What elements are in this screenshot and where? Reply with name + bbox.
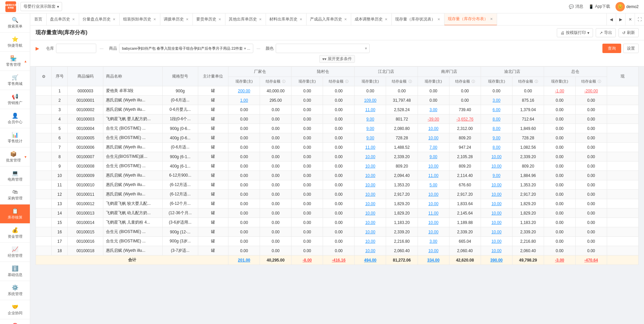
tab-material-out[interactable]: 材料出库单历史 ✕ [266,13,307,26]
message-icon: 💬 [569,4,574,9]
tab-close-icon[interactable]: ✕ [185,17,189,21]
sidebar-item-marketing[interactable]: 📢 营销推广 [0,90,30,109]
tab-order[interactable]: 要货单历史 ✕ [193,13,225,26]
filter-collapse-icon[interactable]: ▶ [36,46,39,51]
export-button[interactable]: ↗ 导出 [596,28,616,37]
sidebar-item-finance[interactable]: 💰 资金管理 [0,224,30,243]
filter-group-goods: 商品 ··· [109,44,262,53]
sidebar-item-label: 电商管理 [8,177,22,182]
message-action[interactable]: 💬 消息 [569,4,583,9]
tab-inventory-count[interactable]: 盘点单历史 ✕ [47,13,79,26]
sidebar-item-quicknav[interactable]: ⭐ 快捷导航 [0,33,30,52]
sidebar-item-wholesale[interactable]: 📦 批发管理 ▼ [0,147,30,167]
col-jb-qty-header: 现存量(主) [355,77,386,86]
table-row: 16 00100015 合生元 (BIOSTIME) ... 900g (12-… [36,227,639,237]
col-fj-header: 厂家仓 [228,67,291,77]
printer-icon: 🖨 [560,31,565,35]
tab-assembly[interactable]: 组装拆卸单历史 ✕ [120,13,160,26]
warehouse-input[interactable] [56,44,96,53]
table-container: ⚙ 序号 商品编码 商品名称 规格型号 主计量单位 厂家仓 陆村仓 江北门店 南… [30,66,644,324]
chevron-down-icon: ▾ [365,46,367,51]
industry-selector[interactable]: 母婴行业演示陈套 ▾ [20,2,62,11]
tab-close-icon[interactable]: ✕ [258,17,262,21]
col-fj-qty-header: 现存量(主) [228,77,260,86]
table-row: 14 00100013 飞鹤星飞帆 幼儿配方奶... (12-36个月... 罐… [36,209,639,218]
col-no-header: 序号 [52,67,68,86]
color-input[interactable] [276,44,370,53]
sidebar-item-member[interactable]: 👤 会员中心 [0,109,30,128]
search-button[interactable]: 查询 [602,44,621,53]
wholesale-icon: 📦 [10,151,17,157]
tab-close-icon[interactable]: ✕ [299,17,303,21]
sidebar-item-inventory[interactable]: 📋 库存核算 [0,204,30,224]
tab-close-icon[interactable]: ✕ [343,17,347,21]
table-row: 9 00100008 合生元 (BIOSTIME) ... 400g (6-1.… [36,161,639,171]
sidebar-item-purchase[interactable]: 🛍 采购管理 [0,186,30,204]
app-download-action[interactable]: 📱 App下载 [589,4,610,9]
col-zc-amt-header: 结存金额 ⓘ [575,77,607,86]
tab-close-icon[interactable]: ✕ [384,17,388,21]
sidebar-item-collab[interactable]: 🤝 企业协同 [0,300,30,319]
tab-production-in[interactable]: 产成品入库单历史 ✕ [307,13,351,26]
tab-home[interactable]: 首页 [30,13,47,26]
member-icon: 👤 [12,112,18,119]
sidebar-item-label: 基础信息 [8,272,22,277]
sidebar-item-guide[interactable]: 🎯 新手引导 [0,319,30,324]
tab-next-btn[interactable]: ▶ [616,13,625,26]
color-label: 颜色 [266,46,274,51]
tab-close-icon[interactable]: ✕ [71,17,75,21]
tab-close-icon[interactable]: ✕ [437,17,441,21]
warehouse-dots-btn[interactable]: ··· [98,46,105,51]
table-row: 18 00100018 惠氏启赋 (Wyeth illu... (3-7岁适..… [36,246,639,256]
col-na-amt-header: 结存金额 ⓘ [449,77,481,86]
table-row: 4 00100003 飞鹤星飞帆 婴儿配方奶... 1段(0-6个... 罐 0… [36,114,639,124]
tab-maximize-btn[interactable]: ⛶ [635,13,644,26]
logo-text-line1: 畅捷通好生意 [5,4,17,6]
sidebar-item-ecommerce[interactable]: 💻 电商管理 [0,167,30,186]
tab-transfer[interactable]: 调拨单历史 ✕ [160,13,193,26]
col-name-header: 商品名称 [103,67,163,86]
tab-stock-status[interactable]: 现存量（库存状况表） ✕ [392,13,444,26]
tab-partial-inventory[interactable]: 分量盘点单历史 ✕ [79,13,120,26]
tab-close-icon[interactable]: ✕ [218,17,222,21]
filter-row-1: ▶ 仓库 ··· 商品 ··· 颜色 ▾ [36,44,639,53]
sidebar-item-retail-mall[interactable]: 🛒 零售商城 [0,71,30,90]
col-na-header: 南岸门店 [418,67,481,77]
refresh-button[interactable]: ↺ 刷新 [619,28,639,37]
goods-dots-btn[interactable]: ··· [255,46,262,51]
tab-close-icon[interactable]: ✕ [112,17,116,21]
tab-prev-btn[interactable]: ◀ [606,13,616,26]
chevron-up-icon: ▲ [24,59,27,63]
ecommerce-icon: 💻 [12,170,18,176]
store-icon: 🏪 [10,55,17,61]
user-area[interactable]: 😊 demo2 [615,2,639,11]
filter-expand-row: ▾▾ 展开更多条件 [36,55,639,63]
sidebar-item-system[interactable]: ⚙️ 系统管理 [0,281,30,300]
tab-close-icon[interactable]: ✕ [153,17,157,21]
chevron-down-icon: ▾ [57,4,59,9]
sidebar-item-basic-info[interactable]: ℹ️ 基础信息 [0,262,30,281]
sidebar-item-retail-mgmt[interactable]: 🏪 零售管理 ▲ [0,52,30,71]
col-fj-amt-header: 结存金额 ⓘ [260,77,291,86]
sidebar-item-label: 采购管理 [8,196,22,201]
user-name[interactable]: demo2 [626,4,639,9]
sidebar-item-search[interactable]: 🔍 搜索英单 [0,13,30,33]
goods-input[interactable] [119,44,253,53]
tab-close-all-btn[interactable]: ✕ [625,13,635,26]
tab-outbound[interactable]: 其他出库单历史 ✕ [225,13,266,26]
sidebar-item-operations[interactable]: 📈 经营管理 [0,243,30,262]
sidebar-item-retail-stats[interactable]: 📊 零售统计 [0,128,30,147]
col-settings-header[interactable]: ⚙ [36,67,52,86]
col-zc-header: 总仓 [544,67,607,77]
tab-cost-adjust[interactable]: 成本调整单历史 ✕ [351,13,392,26]
print-button[interactable]: 🖨 按模版打印 ▾ [557,28,593,37]
table-row: 2 00100001 惠氏启赋 (Wyeth illu... (0-6月适...… [36,96,639,105]
tab-close-icon[interactable]: ✕ [489,17,493,21]
table-row: 3 00100002 惠氏启赋 (Wyeth illu... 0-6月婴儿...… [36,105,639,114]
tab-stock-dist[interactable]: 现存量（库存分布表） ✕ [444,13,497,26]
expand-conditions-btn[interactable]: ▾▾ 展开更多条件 [319,55,355,63]
col-more-header: 现 [607,67,638,86]
purchase-icon: 🛍 [12,189,18,195]
sidebar-item-label: 资金管理 [8,234,22,239]
settings-button[interactable]: 设置 [623,44,639,53]
